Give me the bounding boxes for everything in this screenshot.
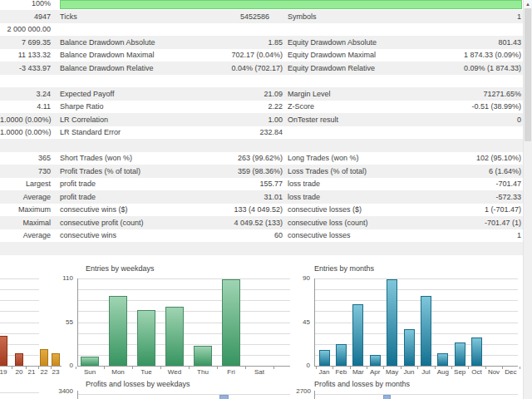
metric-value: 1.0000 (0.00%): [0, 128, 51, 136]
y-axis: [77, 278, 78, 366]
metric-value: -572.33: [366, 193, 521, 201]
metric-value: 4 049.52 (133): [125, 219, 283, 227]
metric-value: 365: [0, 154, 51, 162]
scrollbar-thumb[interactable]: [525, 8, 531, 141]
pl-weekdays-ytick: 3400: [48, 387, 73, 395]
metric-value: -701.47 (1): [366, 219, 521, 227]
metric-label: consecutive losses: [288, 231, 351, 239]
metric-value: 4947: [0, 12, 51, 21]
axis-tick: [189, 367, 190, 369]
table-row: 3.24Expected Payoff21.09Margin Level7127…: [0, 87, 524, 101]
metric-value: 232.84: [125, 128, 283, 136]
gridline: [77, 278, 290, 279]
axis-tick: [132, 367, 133, 369]
metric-value: 801.43: [366, 38, 521, 47]
bar-jun: [404, 329, 415, 366]
bar-jan: [319, 350, 330, 366]
gridline: [314, 300, 518, 301]
metric-value: 102 (95.10%): [366, 154, 521, 162]
table-row: 730Profit Trades (% of total)359 (98.36%…: [0, 165, 524, 178]
vertical-scrollbar[interactable]: ▲: [523, 0, 532, 399]
metric-label: consecutive loss (count): [288, 219, 368, 227]
pl-bar-fri: [219, 395, 229, 399]
bar-thu: [194, 346, 212, 366]
history-quality-value: 100%: [0, 0, 51, 8]
x-axis: [77, 366, 290, 367]
metric-label: Sharpe Ratio: [60, 102, 104, 111]
gridline: [314, 323, 518, 323]
metric-value: 155.77: [125, 180, 283, 188]
metric-label: Long Trades (won %): [288, 154, 359, 162]
metric-label: profit trade: [60, 193, 96, 201]
metric-label: Loss Trades (% of total): [288, 167, 367, 175]
x-axis: [314, 366, 518, 367]
metric-label: profit trade: [60, 180, 96, 188]
table-row: [0, 242, 524, 255]
metric-value: 359 (98.36%): [125, 167, 283, 175]
metric-value: 71271.65%: [366, 90, 521, 98]
metric-value: Average: [0, 231, 51, 239]
metric-value: Maximum: [0, 205, 51, 214]
gridline: [0, 289, 39, 290]
metric-value: Maximal: [0, 219, 51, 227]
metric-label: Symbols: [288, 12, 317, 21]
metric-label: LR Correlation: [60, 116, 108, 124]
axis-tick: [217, 367, 218, 369]
metric-value: 730: [0, 167, 51, 175]
bar-19: [0, 336, 7, 366]
axis-tick: [104, 367, 105, 369]
x-category-label: Mon: [107, 368, 129, 376]
x-category-label: Thu: [192, 368, 214, 376]
x-category-label: Dec: [500, 368, 521, 376]
table-row: Maximalconsecutive profit (count)4 049.5…: [0, 216, 524, 229]
table-row: [0, 75, 524, 88]
table-row: -3 433.97Balance Drawdown Relative0.04% …: [0, 62, 524, 75]
metric-label: Expected Payoff: [60, 90, 114, 98]
metric-value: 3.24: [0, 90, 51, 98]
metric-label: Short Trades (won %): [60, 154, 132, 162]
metric-value: 263 (99.62%): [125, 154, 283, 162]
scroll-up-icon[interactable]: ▲: [524, 0, 532, 8]
metric-label: Equity Drawdown Absolute: [288, 38, 377, 47]
metric-value: -0.51 (38.99%): [366, 102, 521, 111]
metric-label: Equity Drawdown Maximal: [288, 51, 376, 59]
metric-label: Equity Drawdown Relative: [288, 64, 375, 72]
metric-value: 702.17 (0.04%): [125, 51, 283, 59]
gridline: [77, 289, 290, 290]
metric-value: 0.09% (1 874.33): [366, 64, 521, 72]
metric-value: Largest: [0, 180, 51, 188]
metric-value: 1.85: [125, 38, 283, 47]
metric-value: 1 874.33 (0.09%): [366, 51, 521, 59]
y-tick-label: 0: [288, 362, 310, 369]
metric-value: 133 (4 049.52): [125, 205, 283, 214]
bar-may: [387, 279, 397, 366]
metric-value: 0.04% (702.17): [125, 64, 283, 72]
table-row: Averageconsecutive wins60consecutive los…: [0, 229, 524, 243]
y-axis: [314, 278, 315, 366]
metric-label: loss trade: [288, 180, 320, 188]
bar-feb: [336, 344, 347, 366]
metric-value: 0: [366, 116, 521, 124]
bar-fri: [222, 279, 240, 366]
table-row: Maximumconsecutive wins ($)133 (4 049.52…: [0, 204, 524, 217]
table-row: 2 000 000.00: [0, 23, 524, 37]
pl-weekdays-axis: [77, 391, 78, 399]
table-row: 1.0000 (0.00%)LR Standard Error232.84: [0, 126, 524, 140]
metric-value: 1 (-701.47): [366, 205, 521, 214]
gridline: [0, 311, 39, 312]
gridline: [314, 333, 518, 334]
bar-sep: [455, 342, 466, 366]
metric-value: 11 133.32: [0, 51, 51, 59]
metric-label: Margin Level: [288, 90, 331, 98]
metric-label: consecutive wins: [60, 231, 116, 239]
gridline: [0, 333, 39, 334]
bar-oct: [471, 337, 482, 366]
axis-tick: [245, 367, 246, 369]
x-category-label: Sun: [79, 368, 101, 376]
gridline: [314, 311, 518, 312]
gridline: [0, 323, 39, 323]
y-tick-label: 55: [52, 318, 73, 326]
x-category-label: 23: [45, 368, 66, 376]
entries-by-months-title: Entries by months: [314, 264, 374, 273]
table-row: 11 133.32Balance Drawdown Maximal702.17 …: [0, 49, 524, 62]
